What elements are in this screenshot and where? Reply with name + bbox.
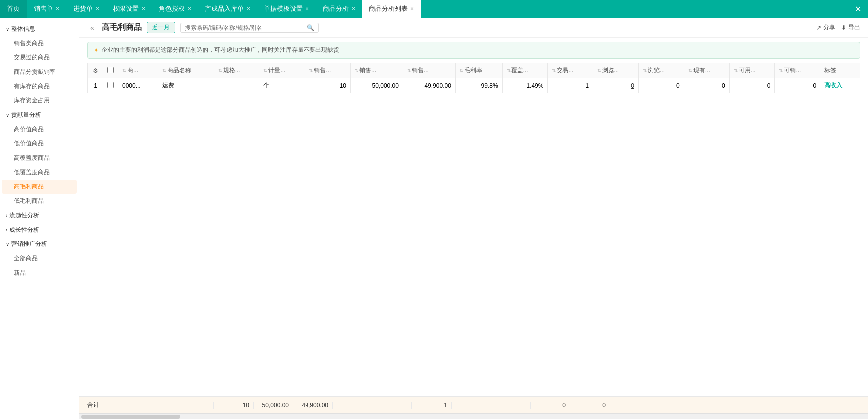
close-icon[interactable]: × xyxy=(306,5,309,12)
top-nav: 首页 销售单 × 进货单 × 权限设置 × 角色授权 × 产成品入库单 × 单据… xyxy=(0,0,868,18)
sidebar-item-low-value[interactable]: 低价值商品 xyxy=(0,137,79,151)
close-icon[interactable]: × xyxy=(247,5,250,12)
row-browse2: 0 xyxy=(639,78,684,93)
footer-cells: 10 50,000.00 49,900.00 1 0 0 xyxy=(115,402,610,409)
th-name[interactable]: ⇅商品名称 xyxy=(158,63,214,78)
sidebar-section-growth[interactable]: › 成长性分析 xyxy=(0,223,79,237)
scrollbar-thumb[interactable] xyxy=(81,415,180,419)
th-transactions[interactable]: ⇅交易... xyxy=(548,63,593,78)
footer-sales1 xyxy=(115,402,214,409)
row-coverage: 1.49% xyxy=(502,78,548,93)
th-unit[interactable]: ⇅计量... xyxy=(259,63,305,78)
sidebar-section-overview[interactable]: ∨ 整体信息 xyxy=(0,22,79,36)
nav-product-analysis[interactable]: 商品分析 × xyxy=(316,0,362,18)
sidebar-section-trend[interactable]: › 流趋性分析 xyxy=(0,208,79,223)
sidebar-section-contribution[interactable]: ∨ 贡献量分析 xyxy=(0,108,79,122)
row-current: 0 xyxy=(684,78,729,93)
row-gross-rate: 99.8% xyxy=(455,78,502,93)
sidebar-item-low-coverage[interactable]: 低覆盖度商品 xyxy=(0,165,79,180)
info-icon: ✦ xyxy=(94,47,99,54)
nav-permission[interactable]: 权限设置 × xyxy=(106,0,152,18)
row-checkbox-cell[interactable] xyxy=(103,78,118,93)
row-checkbox[interactable] xyxy=(107,82,114,88)
sidebar-item-new-goods[interactable]: 新品 xyxy=(0,266,79,280)
th-current[interactable]: ⇅现有... xyxy=(684,63,729,78)
info-bar: ✦ 企业的主要的利润都是这部分商品创造的，可考虑加大推广，同时关注库存量不要出现… xyxy=(87,42,860,59)
footer-spacer3 xyxy=(491,402,531,409)
row-name: 运费 xyxy=(158,78,214,93)
row-spec xyxy=(214,78,259,93)
sidebar-collapse-button[interactable]: « xyxy=(87,23,97,33)
sidebar: ∨ 整体信息 销售类商品 交易过的商品 商品分贡献销率 有库存的商品 库存资金占… xyxy=(0,18,79,419)
content-area: « 高毛利商品 近一月 🔍 ↗ 分享 ⬇ 导出 ✦ 企业的主要的利润都是这部 xyxy=(79,18,868,419)
footer-spacer2 xyxy=(452,402,491,409)
footer-sales3-val: 49,900.00 xyxy=(293,402,333,409)
row-sales1: 10 xyxy=(305,78,351,93)
nav-product-instock[interactable]: 产成品入库单 × xyxy=(198,0,257,18)
sidebar-item-high-value[interactable]: 高价值商品 xyxy=(0,122,79,137)
close-icon[interactable]: × xyxy=(188,5,191,12)
table-container[interactable]: ⚙ ⇅商... ⇅商品名称 ⇅规格... ⇅计量... ⇅销售... ⇅销售..… xyxy=(79,63,868,396)
close-icon[interactable]: × xyxy=(142,5,145,12)
content-header: « 高毛利商品 近一月 🔍 ↗ 分享 ⬇ 导出 xyxy=(79,18,868,38)
main-layout: ∨ 整体信息 销售类商品 交易过的商品 商品分贡献销率 有库存的商品 库存资金占… xyxy=(0,18,868,419)
close-icon[interactable]: × xyxy=(410,5,414,12)
nav-role[interactable]: 角色授权 × xyxy=(152,0,198,18)
row-sales2: 50,000.00 xyxy=(351,78,403,93)
sidebar-section-marketing[interactable]: ∨ 营销推广分析 xyxy=(0,237,79,251)
th-coverage[interactable]: ⇅覆盖... xyxy=(502,63,548,78)
share-button[interactable]: ↗ 分享 xyxy=(817,23,835,32)
footer-available-val: 0 xyxy=(570,402,610,409)
sidebar-item-sales-goods[interactable]: 销售类商品 xyxy=(0,36,79,50)
sidebar-item-stock-capital[interactable]: 库存资金占用 xyxy=(0,93,79,108)
page-title: 高毛利商品 xyxy=(102,22,142,33)
th-sales1[interactable]: ⇅销售... xyxy=(305,63,351,78)
nav-template[interactable]: 单据模板设置 × xyxy=(257,0,316,18)
footer-sales2-val: 50,000.00 xyxy=(254,402,293,409)
date-filter-button[interactable]: 近一月 xyxy=(147,22,175,33)
row-sales3: 49,900.00 xyxy=(403,78,455,93)
sidebar-item-all-goods[interactable]: 全部商品 xyxy=(0,251,79,266)
th-gross-rate[interactable]: ⇅毛利率 xyxy=(455,63,502,78)
th-tag[interactable]: 标签 xyxy=(820,63,860,78)
sidebar-item-in-stock[interactable]: 有库存的商品 xyxy=(0,79,79,93)
close-icon[interactable]: × xyxy=(56,5,59,12)
select-all-checkbox[interactable] xyxy=(107,67,114,73)
close-icon[interactable]: × xyxy=(352,5,355,12)
search-input[interactable] xyxy=(185,24,305,31)
nav-product-analysis-list[interactable]: 商品分析列表 × xyxy=(362,0,421,18)
th-browse1[interactable]: ⇅浏览... xyxy=(593,63,639,78)
th-spec[interactable]: ⇅规格... xyxy=(214,63,259,78)
sidebar-item-high-margin[interactable]: 高毛利商品 xyxy=(2,180,77,194)
nav-home[interactable]: 首页 xyxy=(0,0,27,18)
th-sales3[interactable]: ⇅销售... xyxy=(403,63,455,78)
th-sales2[interactable]: ⇅销售... xyxy=(351,63,403,78)
search-box: 🔍 xyxy=(180,23,319,33)
th-available[interactable]: ⇅可用... xyxy=(729,63,775,78)
close-icon[interactable]: × xyxy=(96,5,99,12)
nav-sales[interactable]: 销售单 × xyxy=(27,0,66,18)
footer-transactions-val: 1 xyxy=(412,402,452,409)
th-settings[interactable]: ⚙ xyxy=(88,63,103,78)
window-close-button[interactable]: ✕ xyxy=(848,4,868,14)
footer-current-val: 0 xyxy=(531,402,570,409)
table-header-row: ⚙ ⇅商... ⇅商品名称 ⇅规格... ⇅计量... ⇅销售... ⇅销售..… xyxy=(88,63,860,78)
sidebar-item-traded-goods[interactable]: 交易过的商品 xyxy=(0,50,79,65)
table-row: 1 0000... 运费 个 10 50,000.00 49,900.00 99… xyxy=(88,78,860,93)
search-icon[interactable]: 🔍 xyxy=(307,24,314,31)
sidebar-item-high-coverage[interactable]: 高覆盖度商品 xyxy=(0,151,79,165)
th-browse2[interactable]: ⇅浏览... xyxy=(639,63,684,78)
th-code[interactable]: ⇅商... xyxy=(118,63,158,78)
row-browse1[interactable]: 0 xyxy=(593,78,639,93)
th-saleable[interactable]: ⇅可销... xyxy=(775,63,820,78)
chevron-down-icon: ∨ xyxy=(6,112,9,118)
nav-purchase[interactable]: 进货单 × xyxy=(66,0,106,18)
sidebar-item-contribution[interactable]: 商品分贡献销率 xyxy=(0,65,79,79)
row-unit: 个 xyxy=(259,78,305,93)
sidebar-item-low-margin[interactable]: 低毛利商品 xyxy=(0,194,79,208)
footer-spacer xyxy=(333,402,412,409)
export-button[interactable]: ⬇ 导出 xyxy=(841,23,860,32)
bottom-scrollbar[interactable] xyxy=(79,413,868,419)
row-saleable: 0 xyxy=(775,78,820,93)
row-num: 1 xyxy=(88,78,103,93)
